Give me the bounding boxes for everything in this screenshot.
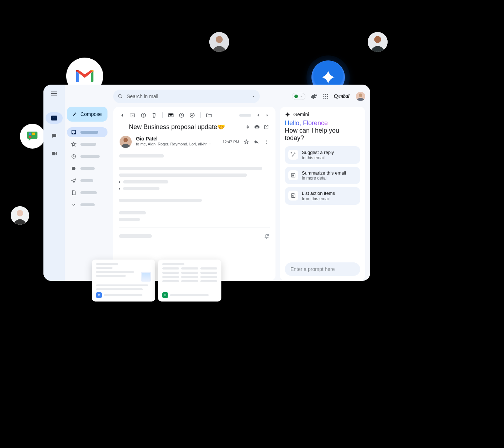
expand-icon[interactable] <box>245 124 251 130</box>
sidebar-item-drafts[interactable] <box>67 188 107 198</box>
inbox-icon <box>70 129 77 135</box>
back-icon[interactable] <box>119 112 125 118</box>
svg-point-17 <box>323 98 324 99</box>
compose-label: Compose <box>80 111 102 117</box>
svg-point-11 <box>323 94 324 95</box>
sidebar-item[interactable] <box>67 164 107 174</box>
sidebar-item-more[interactable] <box>67 200 107 210</box>
svg-rect-6 <box>29 133 31 135</box>
mail-toolbar <box>119 110 270 120</box>
svg-point-26 <box>124 138 128 142</box>
svg-point-10 <box>119 95 121 97</box>
chevron-down-icon <box>70 202 77 207</box>
snooze-icon[interactable] <box>178 112 185 118</box>
svg-rect-7 <box>32 133 35 135</box>
summarize-icon <box>288 170 298 180</box>
sidebar-item-sent[interactable] <box>67 176 107 186</box>
account-avatar[interactable] <box>356 92 365 101</box>
content: Search in mail Cymbal <box>110 85 370 281</box>
gemini-prompt-input[interactable]: Enter a prompt here <box>285 262 360 276</box>
send-icon <box>70 178 77 183</box>
more-icon[interactable] <box>263 139 269 145</box>
apps-icon[interactable] <box>322 93 329 100</box>
suggestion-action-items[interactable]: List action items from this email <box>285 187 360 205</box>
floating-avatar <box>209 32 229 52</box>
notification-icon[interactable] <box>263 233 270 239</box>
gemini-subgreeting: How can I help you today? <box>285 127 360 142</box>
move-to-icon[interactable] <box>206 112 212 118</box>
svg-point-19 <box>327 98 328 99</box>
left-rail <box>43 85 65 281</box>
compose-button[interactable]: Compose <box>67 107 107 122</box>
svg-rect-8 <box>29 136 31 138</box>
svg-point-18 <box>325 98 326 99</box>
mail-pane: New Business proposal update🤝 Gio Patel <box>113 107 275 281</box>
google-sheets-icon <box>162 292 168 298</box>
file-icon <box>70 190 77 196</box>
floating-avatar <box>11 206 29 225</box>
mark-unread-icon[interactable] <box>168 112 174 118</box>
svg-point-28 <box>266 142 267 142</box>
svg-point-27 <box>266 140 267 140</box>
svg-point-16 <box>327 96 328 97</box>
pencil-icon <box>73 111 77 117</box>
sidebar-item-inbox[interactable] <box>67 127 107 137</box>
hamburger-icon[interactable] <box>50 90 58 97</box>
caret-down-icon <box>208 142 212 146</box>
svg-point-22 <box>143 116 144 117</box>
floating-avatar <box>368 32 388 52</box>
star-icon[interactable] <box>243 139 249 145</box>
sheet-preview-card[interactable] <box>158 260 221 302</box>
delete-icon[interactable] <box>151 112 157 118</box>
print-icon[interactable] <box>254 124 260 130</box>
wand-icon <box>288 150 298 160</box>
clock-icon <box>70 154 77 159</box>
gmail-window: Compose <box>43 85 370 281</box>
recipients[interactable]: to me, Alan, Roger, Raymond, Lori, all-h… <box>136 142 218 146</box>
archive-icon[interactable] <box>130 112 136 118</box>
svg-point-29 <box>266 143 267 144</box>
email-body-placeholder <box>119 154 270 221</box>
sidebar: Compose <box>65 85 110 281</box>
search-icon <box>117 94 123 99</box>
sidebar-item-starred[interactable] <box>67 139 107 149</box>
checklist-icon <box>288 191 298 201</box>
gemini-title: Gemini <box>293 112 309 117</box>
search-options-icon[interactable] <box>251 94 256 98</box>
svg-point-5 <box>17 210 23 216</box>
doc-preview-card[interactable] <box>92 260 155 302</box>
gemini-greeting: Hello, Florence <box>285 119 360 127</box>
next-icon[interactable] <box>265 113 270 118</box>
spam-icon[interactable] <box>140 112 147 118</box>
svg-point-15 <box>325 96 326 97</box>
prev-icon[interactable] <box>256 113 261 118</box>
sidebar-item-snoozed[interactable] <box>67 151 107 161</box>
sender-name: Gio Patel <box>136 136 218 142</box>
caret-down-icon <box>299 95 303 98</box>
settings-icon[interactable] <box>310 93 317 100</box>
svg-point-1 <box>216 36 223 43</box>
workspace-brand: Cymbal <box>334 94 350 99</box>
add-task-icon[interactable] <box>189 112 195 118</box>
search-input[interactable]: Search in mail <box>113 90 260 103</box>
star-icon <box>70 142 77 147</box>
google-docs-icon <box>96 292 102 298</box>
svg-point-14 <box>323 96 324 97</box>
svg-point-13 <box>327 94 328 95</box>
svg-point-12 <box>325 94 326 95</box>
reply-icon[interactable] <box>253 139 259 145</box>
rail-meet[interactable] <box>48 148 60 159</box>
open-new-icon[interactable] <box>263 124 269 130</box>
suggestion-reply[interactable]: Suggest a reply to this email <box>285 146 360 164</box>
status-chip[interactable] <box>292 93 305 100</box>
svg-point-3 <box>374 36 381 43</box>
doc-thumb <box>141 272 151 282</box>
email-subject: New Business proposal update🤝 <box>129 123 225 131</box>
email-time: 12:47 PM <box>222 140 239 144</box>
search-placeholder: Search in mail <box>127 94 158 99</box>
svg-point-20 <box>359 94 362 97</box>
suggestion-summarize[interactable]: Summarize this email in more detail <box>285 167 360 185</box>
sender-avatar[interactable] <box>120 136 132 148</box>
rail-mail[interactable] <box>46 112 63 124</box>
rail-chat[interactable] <box>48 130 60 142</box>
